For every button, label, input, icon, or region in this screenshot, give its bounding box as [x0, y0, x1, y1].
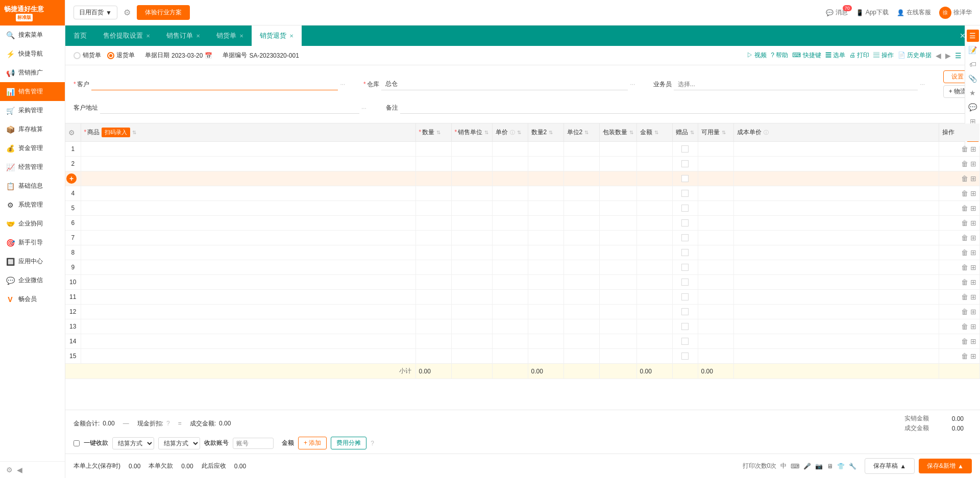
pkg-qty-cell[interactable] [599, 349, 636, 364]
tool3-icon[interactable]: 📷 [815, 463, 823, 470]
qty-cell[interactable] [415, 275, 451, 290]
qty-cell[interactable] [415, 157, 451, 171]
scan-btn[interactable]: 扫码录入 [102, 128, 130, 137]
save-draft-btn[interactable]: 保存草稿 ▲ [865, 458, 915, 474]
delete-row-icon[interactable]: 🗑 [961, 278, 968, 286]
gift-checkbox[interactable] [681, 323, 689, 330]
available-cell[interactable] [698, 171, 733, 186]
copy-row-icon[interactable]: ⊞ [970, 204, 976, 212]
sale-unit-cell[interactable] [451, 157, 492, 171]
product-input[interactable] [84, 219, 412, 227]
gift-checkbox[interactable] [681, 190, 689, 197]
qty-sort-icon[interactable]: ⇅ [436, 130, 440, 135]
unit-price-cell[interactable] [492, 319, 528, 334]
available-cell[interactable] [698, 334, 733, 349]
tool5-icon[interactable]: 👕 [837, 463, 845, 470]
sale-unit-cell[interactable] [451, 290, 492, 305]
gift-checkbox[interactable] [681, 279, 689, 286]
fee-split-btn[interactable]: 费用分摊 [331, 437, 366, 449]
sale-unit-sort-icon[interactable]: ⇅ [484, 130, 488, 135]
tab-delivery-close[interactable]: ✕ [239, 33, 243, 39]
product-cell[interactable] [81, 142, 415, 157]
amount-cell[interactable] [636, 319, 672, 334]
calculation-select[interactable]: 结算方式 [158, 437, 200, 449]
qty2-cell[interactable] [528, 319, 564, 334]
pkg-qty-cell[interactable] [599, 231, 636, 245]
copy-row-icon[interactable]: ⊞ [970, 352, 976, 360]
tab-price-settings[interactable]: 售价提取设置 ✕ [95, 26, 158, 46]
unit2-cell[interactable] [564, 275, 599, 290]
sale-unit-cell[interactable] [451, 334, 492, 349]
qty-cell[interactable] [415, 305, 451, 319]
sidebar-item-wecom[interactable]: 💬 企业微信 [0, 271, 65, 290]
pkg-qty-cell[interactable] [599, 260, 636, 275]
amount-cell[interactable] [636, 201, 672, 216]
available-cell[interactable] [698, 157, 733, 171]
qty-cell[interactable] [415, 201, 451, 216]
gift-cell[interactable] [672, 305, 698, 319]
unit2-cell[interactable] [564, 186, 599, 201]
radio-return[interactable]: 退货单 [107, 51, 135, 60]
one-click-collect-checkbox[interactable] [74, 440, 80, 446]
available-sort-icon[interactable]: ⇅ [722, 130, 726, 135]
qty-cell[interactable] [415, 231, 451, 245]
gift-sort-icon[interactable]: ⇅ [690, 130, 694, 135]
sidebar-item-purchase[interactable]: 🛒 采购管理 [0, 101, 65, 120]
gift-cell[interactable] [672, 216, 698, 231]
delete-row-icon[interactable]: 🗑 [961, 263, 968, 271]
product-cell[interactable] [81, 186, 415, 201]
nav-next-icon[interactable]: ▶ [945, 52, 951, 60]
unit2-cell[interactable] [564, 231, 599, 245]
product-input[interactable] [84, 234, 412, 241]
qty-cell[interactable] [415, 186, 451, 201]
product-input[interactable] [84, 145, 412, 153]
product-input[interactable] [84, 175, 412, 182]
unit2-cell[interactable] [564, 349, 599, 364]
delete-row-icon[interactable]: 🗑 [961, 337, 968, 345]
product-cell[interactable] [81, 275, 415, 290]
delete-row-icon[interactable]: 🗑 [961, 219, 968, 227]
unit-price-cell[interactable] [492, 305, 528, 319]
address-dots-btn[interactable]: ··· [361, 105, 366, 112]
try-btn[interactable]: 体验行业方案 [137, 5, 190, 20]
operate-btn[interactable]: ▤ 操作 [873, 51, 893, 60]
delete-row-icon[interactable]: 🗑 [961, 189, 968, 197]
delete-row-icon[interactable]: 🗑 [961, 352, 968, 360]
product-input[interactable] [84, 338, 412, 345]
unit2-cell[interactable] [564, 305, 599, 319]
qty2-cell[interactable] [528, 201, 564, 216]
sidebar-item-search[interactable]: 🔍 搜索菜单 [0, 26, 65, 44]
available-cell[interactable] [698, 142, 733, 157]
sale-unit-cell[interactable] [451, 305, 492, 319]
product-input[interactable] [84, 323, 412, 330]
tool4-icon[interactable]: 🖥 [827, 463, 833, 470]
qty2-cell[interactable] [528, 349, 564, 364]
unit2-cell[interactable] [564, 319, 599, 334]
gift-checkbox[interactable] [681, 353, 689, 360]
view-list-icon[interactable]: ☰ [955, 52, 962, 60]
sale-unit-cell[interactable] [451, 245, 492, 260]
delete-row-icon[interactable]: 🗑 [961, 174, 968, 183]
add-btn[interactable]: + 添加 [298, 437, 327, 449]
sidebar-item-guide[interactable]: 🎯 新手引导 [0, 233, 65, 252]
delete-row-icon[interactable]: 🗑 [961, 293, 968, 301]
cash-discount-help[interactable]: ? [166, 420, 170, 427]
product-input[interactable] [84, 205, 412, 212]
unit2-cell[interactable] [564, 201, 599, 216]
product-input[interactable] [84, 160, 412, 167]
delete-row-icon[interactable]: 🗑 [961, 234, 968, 242]
amount-cell[interactable] [636, 334, 672, 349]
cost-price-cell[interactable] [733, 186, 939, 201]
qty2-sort-icon[interactable]: ⇅ [549, 130, 553, 135]
amount-cell[interactable] [636, 290, 672, 305]
pkg-qty-cell[interactable] [599, 142, 636, 157]
qty-cell[interactable] [415, 245, 451, 260]
product-input[interactable] [84, 293, 412, 300]
qty2-cell[interactable] [528, 290, 564, 305]
tab-sales-order-close[interactable]: ✕ [196, 33, 200, 39]
collapse-icon[interactable]: ◀ [17, 466, 22, 474]
calendar-icon[interactable]: 📅 [205, 52, 212, 59]
available-cell[interactable] [698, 349, 733, 364]
product-cell[interactable] [81, 319, 415, 334]
settlement-select[interactable]: 结算方式 [112, 437, 154, 449]
